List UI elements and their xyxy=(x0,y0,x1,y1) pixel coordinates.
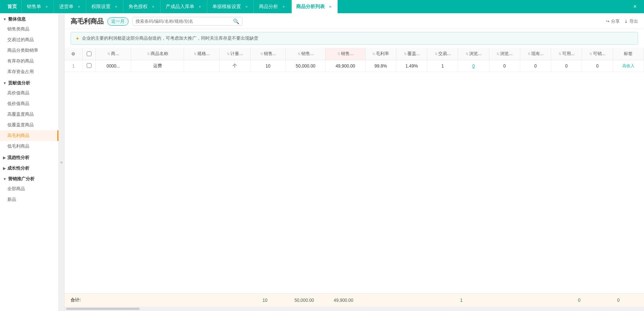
nav-close-icon[interactable]: × xyxy=(151,4,156,9)
cell-gross-margin: 99.8% xyxy=(365,60,396,72)
col-sales-amount[interactable]: ⇅ 销售... xyxy=(286,48,325,60)
nav-close-icon[interactable]: × xyxy=(114,4,119,9)
sidebar-item-low-coverage[interactable]: 低覆盖度商品 xyxy=(0,120,58,130)
cell-sales-qty: 10 xyxy=(250,60,285,72)
nav-label: 进货单 xyxy=(59,3,73,10)
sidebar-item-category-rate[interactable]: 商品分类助销率 xyxy=(0,45,58,56)
sidebar-item-new-goods[interactable]: 新品 xyxy=(0,194,58,205)
chevron-down-icon: ▼ xyxy=(3,177,7,181)
col-settings[interactable]: ⚙ xyxy=(65,48,82,60)
nav-close-icon[interactable]: × xyxy=(76,4,82,9)
export-button[interactable]: ⤓ 导出 xyxy=(624,18,638,25)
col-current-stock[interactable]: ⇅ 现有... xyxy=(520,48,551,60)
col-coverage[interactable]: ⇅ 覆盖... xyxy=(396,48,427,60)
main-layout: ▼ 整体信息 销售类商品 交易过的商品 商品分类助销率 有库存的商品 库存资金占… xyxy=(0,13,644,311)
nav-permission[interactable]: 权限设置 × xyxy=(87,0,123,13)
nav-role[interactable]: 角色授权 × xyxy=(124,0,161,13)
nav-close-icon[interactable]: × xyxy=(281,4,286,9)
footer-current-stock: 0 xyxy=(560,298,599,303)
horizontal-scrollbar[interactable] xyxy=(65,307,644,311)
cell-sellable: 0 xyxy=(582,60,613,72)
footer-sales-amount: 50,000.00 xyxy=(285,298,324,303)
sidebar-item-low-value[interactable]: 低价值商品 xyxy=(0,98,58,109)
select-all-checkbox[interactable] xyxy=(87,51,91,56)
col-spec[interactable]: ⇅ 规格... xyxy=(184,48,219,60)
row-checkbox[interactable] xyxy=(87,63,91,68)
sort-icon: ⇅ xyxy=(194,52,197,56)
nav-close-icon[interactable]: × xyxy=(244,4,249,9)
col-sales-profit[interactable]: ⇅ 销售... xyxy=(325,48,365,60)
col-views2[interactable]: ⇅ 浏览... xyxy=(489,48,520,60)
nav-analysis[interactable]: 商品分析 × xyxy=(255,0,291,13)
sidebar-item-all-goods[interactable]: 全部商品 xyxy=(0,184,58,194)
sidebar-group-label: 成长性分析 xyxy=(7,165,29,171)
cell-code: 0000... xyxy=(96,60,131,72)
col-name[interactable]: ⇅ 商品名称 xyxy=(131,48,184,60)
sidebar-item-high-margin[interactable]: 高毛利商品 xyxy=(0,130,58,141)
sidebar-collapse-button[interactable]: « xyxy=(59,13,65,311)
chevron-right-icon: ▶ xyxy=(3,166,6,170)
nav-close-icon[interactable]: × xyxy=(328,4,333,9)
nav-template[interactable]: 单据模板设置 × xyxy=(208,0,254,13)
footer-cell-1 xyxy=(88,298,127,303)
col-sellable[interactable]: ⇅ 可销... xyxy=(582,48,613,60)
sidebar-item-high-value[interactable]: 高价值商品 xyxy=(0,88,58,98)
sidebar-item-high-coverage[interactable]: 高覆盖度商品 xyxy=(0,109,58,120)
sidebar-group-contribution[interactable]: ▼ 贡献值分析 xyxy=(0,77,58,88)
sort-icon: ⇅ xyxy=(227,52,230,56)
nav-purchase[interactable]: 进货单 × xyxy=(55,0,86,13)
chevron-right-icon: ▶ xyxy=(3,156,6,160)
info-banner: ✦ 企业的主要的利润都是这部分商品创造的，可考虑加大推广，同时关注库存是不要出现… xyxy=(71,32,638,45)
search-icon[interactable]: 🔍 xyxy=(233,18,239,24)
col-tag[interactable]: 标签 xyxy=(613,48,644,60)
sidebar-group-growth[interactable]: ▶ 成长性分析 xyxy=(0,162,58,173)
footer-available: 0 xyxy=(599,298,638,303)
col-unit[interactable]: ⇅ 计量... xyxy=(219,48,250,60)
cell-coverage: 1.49% xyxy=(396,60,427,72)
nav-inbound[interactable]: 产成品入库单 × xyxy=(161,0,207,13)
sidebar-item-sales-goods[interactable]: 销售类商品 xyxy=(0,24,58,35)
sidebar-group-overview[interactable]: ▼ 整体信息 xyxy=(0,13,58,24)
filter-recent-month-button[interactable]: 近一月 xyxy=(107,17,129,26)
sort-icon: ⇅ xyxy=(589,52,592,56)
cell-checkbox[interactable] xyxy=(82,60,96,72)
nav-sales-order[interactable]: 销售单 × xyxy=(22,0,54,13)
sort-icon: ⇅ xyxy=(372,52,375,56)
nav-home[interactable]: 首页 xyxy=(3,0,22,13)
sort-icon: ⇅ xyxy=(404,52,407,56)
views1-link[interactable]: 0 xyxy=(472,64,475,69)
col-gross-margin[interactable]: ⇅ 毛利率 xyxy=(365,48,396,60)
sidebar-group-marketing[interactable]: ▼ 营销推广分析 xyxy=(0,173,58,184)
share-button[interactable]: ↪ 分享 xyxy=(606,18,620,25)
col-transactions[interactable]: ⇅ 交易... xyxy=(427,48,458,60)
content-area: 高毛利商品 近一月 🔍 ↪ 分享 ⤓ 导出 ✦ 企业的主要的利润都是这部分商品创… xyxy=(65,13,644,311)
scrollbar-thumb[interactable] xyxy=(66,308,140,310)
nav-analysis-list[interactable]: 商品分析列表 × xyxy=(292,0,338,13)
nav-label: 商品分析列表 xyxy=(296,3,325,10)
window-close-button[interactable]: × xyxy=(629,3,641,10)
nav-home-label: 首页 xyxy=(7,3,17,10)
sidebar-item-traded-goods[interactable]: 交易过的商品 xyxy=(0,35,58,45)
cell-views2: 0 xyxy=(489,60,520,72)
footer-c2 xyxy=(402,298,442,303)
nav-close-icon[interactable]: × xyxy=(44,4,49,9)
col-code[interactable]: ⇅ 商... xyxy=(96,48,131,60)
sort-icon: ⇅ xyxy=(147,52,150,56)
export-icon: ⤓ xyxy=(624,19,628,24)
search-input[interactable] xyxy=(136,19,231,24)
sidebar-item-stock-capital[interactable]: 库存资金占用 xyxy=(0,66,58,77)
footer-total-label: 合计: xyxy=(71,297,81,303)
footer-sales-profit: 49,900.00 xyxy=(324,298,363,303)
cell-transactions: 1 xyxy=(427,60,458,72)
col-checkbox[interactable] xyxy=(82,48,96,60)
col-sales-qty[interactable]: ⇅ 销售... xyxy=(250,48,285,60)
col-views1[interactable]: ⇅ 浏览... xyxy=(458,48,489,60)
footer-cells: 10 50,000.00 49,900.00 1 0 xyxy=(88,298,638,303)
sidebar-item-low-margin[interactable]: 低毛利商品 xyxy=(0,141,58,152)
col-available[interactable]: ⇅ 可用... xyxy=(551,48,582,60)
cell-spec xyxy=(184,60,219,72)
sidebar-item-stock-goods[interactable]: 有库存的商品 xyxy=(0,56,58,66)
cell-sales-amount: 50,000.00 xyxy=(286,60,325,72)
nav-close-icon[interactable]: × xyxy=(197,4,202,9)
sidebar-group-flow[interactable]: ▶ 流趋性分析 xyxy=(0,152,58,162)
